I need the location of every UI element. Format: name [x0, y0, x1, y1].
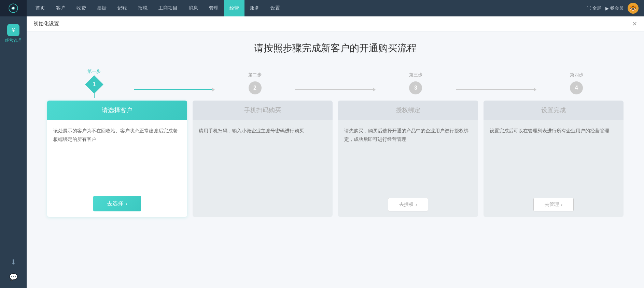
connector-1-2	[134, 88, 214, 92]
wizard-body: 请按照步骤完成新客户的开通购买流程 第一步 1	[27, 31, 644, 288]
card1-header: 请选择客户	[47, 101, 187, 120]
content-header: 初始化设置 ✕	[27, 16, 644, 31]
nav-customer[interactable]: 客户	[51, 0, 71, 16]
card4-header: 设置完成	[484, 101, 624, 120]
content-area: 初始化设置 ✕ 请按照步骤完成新客户的开通购买流程 第一步 1	[27, 16, 644, 288]
card1-body: 该处展示的客户为不在回收站、客户状态正常建账后完成老板端绑定的所有客户	[47, 120, 187, 191]
card2-body: 请用手机扫码，输入小微企业主账号密码进行购买	[193, 120, 333, 206]
card-step2: 手机扫码购买 请用手机扫码，输入小微企业主账号密码进行购买	[193, 101, 333, 217]
card2-footer	[193, 206, 333, 217]
step-col-2: 第二步 2	[215, 72, 295, 94]
page-title: 初始化设置	[33, 21, 59, 27]
support-button[interactable]: 💬	[6, 270, 20, 284]
nav-tax[interactable]: 报税	[132, 0, 153, 16]
sidebar-item-operation[interactable]: ¥ 经营管理	[0, 20, 27, 48]
connector-3-4	[456, 88, 536, 92]
steps-row: 第一步 1 第二步 2	[47, 68, 624, 98]
arrow-icon: ›	[125, 201, 127, 207]
svg-point-1	[12, 7, 14, 9]
card-step1: 请选择客户 该处展示的客户为不在回收站、客户状态正常建账后完成老板端绑定的所有客…	[47, 101, 187, 217]
close-button[interactable]: ✕	[632, 20, 637, 28]
nav-fee[interactable]: 收费	[71, 0, 92, 16]
card-step3: 授权绑定 请先购买，购买后选择开通的产品中的企业用户进行授权绑定，成功后即可进行…	[338, 101, 478, 217]
operation-icon: ¥	[7, 24, 19, 36]
card1-footer: 去选择 ›	[47, 191, 187, 217]
step-col-3: 第三步 3	[376, 72, 456, 94]
app-logo[interactable]	[0, 0, 27, 16]
go-authorize-button[interactable]: 去授权 ›	[388, 198, 429, 211]
step3-label: 第三步	[409, 72, 422, 78]
member-icon: ▶	[605, 6, 609, 11]
go-manage-button[interactable]: 去管理 ›	[533, 198, 574, 211]
step1-label: 第一步	[87, 68, 101, 75]
step-col-1: 第一步 1	[54, 68, 134, 98]
step3-circle: 3	[409, 81, 422, 94]
sidebar: ¥ 经营管理 ⬇ 💬	[0, 16, 27, 288]
nav-settings[interactable]: 设置	[265, 0, 285, 16]
card3-body: 请先购买，购买后选择开通的产品中的企业用户进行授权绑定，成功后即可进行经营管理	[338, 120, 478, 192]
step-col-4: 第四步 4	[536, 72, 617, 94]
step1-number: 1	[93, 81, 96, 88]
nav-items: 首页 客户 收费 票据 记账 报税 工商项目 消息 管理 经营 服务 设置	[27, 0, 587, 16]
avatar[interactable]: 🐯	[628, 3, 639, 14]
step4-label: 第四步	[570, 72, 583, 78]
card2-header: 手机扫码购买	[193, 101, 333, 120]
card3-header: 授权绑定	[338, 101, 478, 120]
wizard-heading: 请按照步骤完成新客户的开通购买流程	[47, 42, 624, 55]
main-layout: ¥ 经营管理 ⬇ 💬 初始化设置 ✕ 请按照步骤完成新客户的开通购买流程 第一步	[0, 16, 644, 288]
card3-footer: 去授权 ›	[338, 192, 478, 217]
step2-circle: 2	[249, 81, 262, 94]
go-select-button[interactable]: 去选择 ›	[93, 196, 141, 211]
fullscreen-icon: ⛶	[587, 6, 591, 11]
arrow-icon-4: ›	[561, 202, 563, 207]
nav-service[interactable]: 服务	[244, 0, 265, 16]
nav-operation[interactable]: 经营	[224, 0, 244, 16]
card4-footer: 去管理 ›	[484, 192, 624, 217]
nav-home[interactable]: 首页	[30, 0, 51, 16]
card4-body: 设置完成后可以在管理列表进行所有企业用户的经营管理	[484, 120, 624, 192]
top-navigation: 首页 客户 收费 票据 记账 报税 工商项目 消息 管理 经营 服务 设置 ⛶ …	[0, 0, 644, 16]
cards-row: 请选择客户 该处展示的客户为不在回收站、客户状态正常建账后完成老板端绑定的所有客…	[47, 101, 624, 217]
nav-biz-project[interactable]: 工商项目	[153, 0, 183, 16]
nav-manage[interactable]: 管理	[204, 0, 224, 16]
sidebar-bottom: ⬇ 💬	[6, 255, 20, 288]
step2-label: 第二步	[248, 72, 262, 78]
nav-invoice[interactable]: 票据	[92, 0, 112, 16]
arrow-icon-3: ›	[416, 202, 417, 207]
fullscreen-button[interactable]: ⛶ 全屏	[587, 5, 601, 11]
card-step4: 设置完成 设置完成后可以在管理列表进行所有企业用户的经营管理 去管理 ›	[484, 101, 624, 217]
nav-right-area: ⛶ 全屏 ▶ 畅会员 🐯	[587, 3, 644, 14]
download-button[interactable]: ⬇	[6, 255, 20, 269]
member-button[interactable]: ▶ 畅会员	[605, 5, 624, 11]
step4-circle: 4	[570, 81, 583, 94]
nav-message[interactable]: 消息	[183, 0, 204, 16]
nav-accounting[interactable]: 记账	[112, 0, 132, 16]
connector-2-3	[295, 88, 375, 92]
